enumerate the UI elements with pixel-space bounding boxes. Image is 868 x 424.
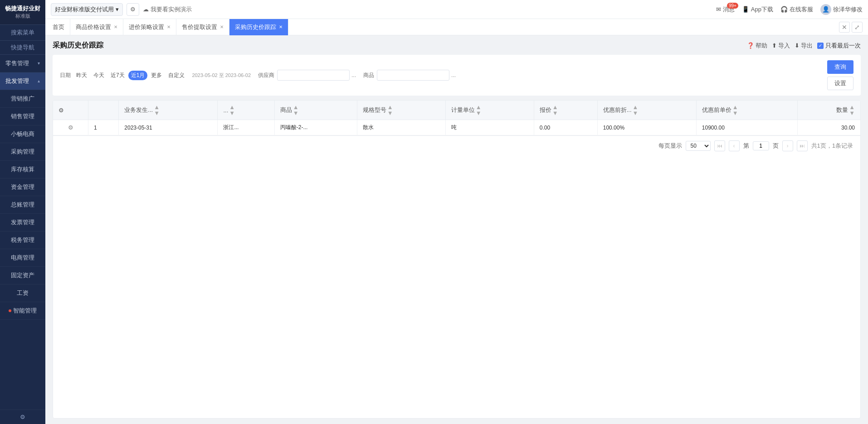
sidebar-item-inventory[interactable]: 库存核算 (0, 161, 45, 178)
tab-price[interactable]: 商品价格设置 ✕ (70, 19, 123, 35)
sidebar-item-finance[interactable]: 资金管理 (0, 178, 45, 196)
date-opt-more[interactable]: 更多 (148, 71, 165, 80)
data-table-container: ⚙ 业务发生... ▲▼ ... ▲▼ (53, 100, 861, 419)
date-opt-last1m[interactable]: 近1月 (128, 71, 148, 80)
help-button[interactable]: ❓ 帮助 (747, 42, 767, 50)
sidebar-logo: 畅捷通好业财 标准版 (0, 0, 45, 25)
phone-icon: 📱 (742, 6, 749, 13)
user-profile-button[interactable]: 👤 徐泽华修改 (820, 4, 863, 15)
version-selector[interactable]: 好业财标准版交付试用 ▾ (51, 3, 123, 16)
sidebar-settings-bottom[interactable]: ⚙ (0, 410, 45, 424)
row-quantity: 30.00 (797, 120, 860, 135)
sidebar-item-inventory-label: 库存核算 (11, 165, 34, 173)
date-opt-yesterday[interactable]: 昨天 (73, 71, 90, 80)
chevron-down-icon: ▾ (116, 6, 119, 13)
messages-badge: 99+ (727, 3, 738, 9)
th-pre-discount-price[interactable]: 优惠前单价 ▲▼ (696, 101, 797, 120)
th-more-col[interactable]: ... ▲▼ (218, 101, 274, 120)
page-content: 采购历史价跟踪 ❓ 帮助 ⬆ 导入 ⬇ 导出 ✓ 只看最后一次 (45, 35, 868, 424)
next-page-button[interactable]: › (782, 140, 793, 151)
supplier-more-button[interactable]: ... (351, 72, 356, 78)
demo-link[interactable]: ☁ 我要看实例演示 (143, 5, 192, 14)
sidebar-item-ecommerce[interactable]: 电商管理 (0, 249, 45, 267)
supplier-filter-label: 供应商 (258, 72, 274, 79)
tabs-close-button[interactable]: ✕ (839, 22, 850, 33)
per-page-select[interactable]: 50 100 200 (686, 141, 711, 151)
supplier-input[interactable] (277, 70, 350, 81)
product-input[interactable] (377, 70, 449, 81)
sidebar-item-sales[interactable]: 销售管理 (0, 108, 45, 125)
tab-selling-price[interactable]: 售价提取设置 ✕ (176, 19, 229, 35)
first-page-button[interactable]: ⏮ (714, 140, 725, 151)
query-button[interactable]: 查询 (827, 60, 853, 74)
export-icon: ⬇ (795, 42, 800, 49)
sidebar-search[interactable]: 搜索菜单 (0, 25, 45, 41)
sidebar-item-tax[interactable]: 税务管理 (0, 231, 45, 249)
sidebar-item-smart[interactable]: 智能管理 (0, 302, 45, 320)
th-unit[interactable]: 计量单位 ▲▼ (445, 101, 534, 120)
sidebar-item-account-label: 总账管理 (11, 201, 34, 209)
page-number-input[interactable] (753, 141, 769, 150)
sidebar-item-smart-label: 智能管理 (13, 307, 37, 315)
tab-history-price[interactable]: 采购历史价跟踪 ✕ (229, 19, 288, 35)
user-icon: 👤 (822, 6, 829, 13)
date-opt-today[interactable]: 今天 (91, 71, 107, 80)
sidebar-item-wholesale[interactable]: 批发管理 ▴ (0, 72, 45, 90)
chevron-down-icon: ▾ (38, 61, 40, 66)
online-support-button[interactable]: 🎧 在线客服 (780, 5, 813, 14)
only-last-checkbox[interactable]: ✓ 只看最后一次 (817, 42, 861, 50)
settings-icon-button[interactable]: ⚙ (127, 3, 139, 16)
th-gear[interactable]: ⚙ (53, 101, 88, 120)
product-more-button[interactable]: ... (451, 72, 456, 78)
th-quantity[interactable]: 数量 ▲▼ (797, 101, 860, 120)
th-seq (88, 101, 119, 120)
th-discount[interactable]: 优惠前折... ▲▼ (597, 101, 696, 120)
date-opt-last7[interactable]: 近7天 (108, 71, 127, 80)
row-date: 2023-05-31 (119, 120, 218, 135)
last-page-button[interactable]: ⏭ (797, 140, 808, 151)
smart-dot-indicator (9, 309, 11, 312)
row-pre-discount-price: 10900.00 (696, 120, 797, 135)
app-download-button[interactable]: 📱 App下载 (742, 5, 773, 14)
date-opt-custom[interactable]: 自定义 (166, 71, 187, 80)
tab-close-purchase-strategy[interactable]: ✕ (167, 24, 171, 29)
messages-button[interactable]: ✉ 消息 99+ (716, 5, 735, 14)
tab-purchase-strategy[interactable]: 进价策略设置 ✕ (123, 19, 176, 35)
sidebar-item-invoice-label: 发票管理 (11, 218, 34, 226)
sidebar-item-purchase[interactable]: 采购管理 (0, 143, 45, 161)
table-row: ⚙ 1 2023-05-31 浙江... 丙嗪酸-2-... 散水 吨 0.00… (53, 120, 860, 135)
per-page-label: 每页显示 (658, 142, 682, 150)
gear-icon: ⚙ (20, 414, 25, 420)
th-date[interactable]: 业务发生... ▲▼ (119, 101, 218, 120)
row-gear[interactable]: ⚙ (53, 120, 88, 135)
tabs-bar: 首页 商品价格设置 ✕ 进价策略设置 ✕ 售价提取设置 ✕ 采购历史价跟踪 ✕ … (45, 19, 868, 35)
tab-close-selling-price[interactable]: ✕ (220, 24, 224, 29)
filter-actions: 查询 设置 (827, 60, 853, 90)
import-button[interactable]: ⬆ 导入 (772, 42, 790, 50)
sidebar-item-invoice[interactable]: 发票管理 (0, 214, 45, 231)
export-button[interactable]: ⬇ 导出 (795, 42, 813, 50)
sidebar-item-retail[interactable]: 零售管理 ▾ (0, 55, 45, 72)
prev-page-button[interactable]: ‹ (729, 140, 740, 151)
date-range-display: 2023-05-02 至 2023-06-02 (192, 72, 251, 79)
table-header-row: ⚙ 业务发生... ▲▼ ... ▲▼ (53, 101, 860, 120)
tabs-maximize-button[interactable]: ⤢ (852, 22, 863, 33)
product-input-wrap: ... (377, 70, 456, 81)
tab-home[interactable]: 首页 (47, 19, 70, 35)
tab-close-price[interactable]: ✕ (114, 24, 117, 29)
sidebar-quick-nav[interactable]: 快捷导航 (0, 41, 45, 55)
tab-close-history-price[interactable]: ✕ (279, 24, 283, 29)
sidebar-item-fixed-assets-label: 固定资产 (11, 271, 34, 279)
sidebar-item-account[interactable]: 总账管理 (0, 196, 45, 214)
sidebar-item-marketing[interactable]: 营销推广 (0, 90, 45, 108)
supplier-filter-group: 供应商 ... (258, 70, 356, 81)
sidebar-item-fixed-assets[interactable]: 固定资产 (0, 267, 45, 284)
row-supplier: 浙江... (218, 120, 274, 135)
sidebar-item-salary[interactable]: 工资 (0, 284, 45, 302)
th-spec[interactable]: 规格型号 ▲▼ (357, 101, 445, 120)
th-product[interactable]: 商品 ▲▼ (274, 101, 357, 120)
filter-settings-button[interactable]: 设置 (827, 77, 853, 90)
sidebar-item-ecommerce-small[interactable]: 小畅电商 (0, 125, 45, 143)
headset-icon: 🎧 (780, 6, 788, 13)
th-price[interactable]: 报价 ▲▼ (534, 101, 597, 120)
